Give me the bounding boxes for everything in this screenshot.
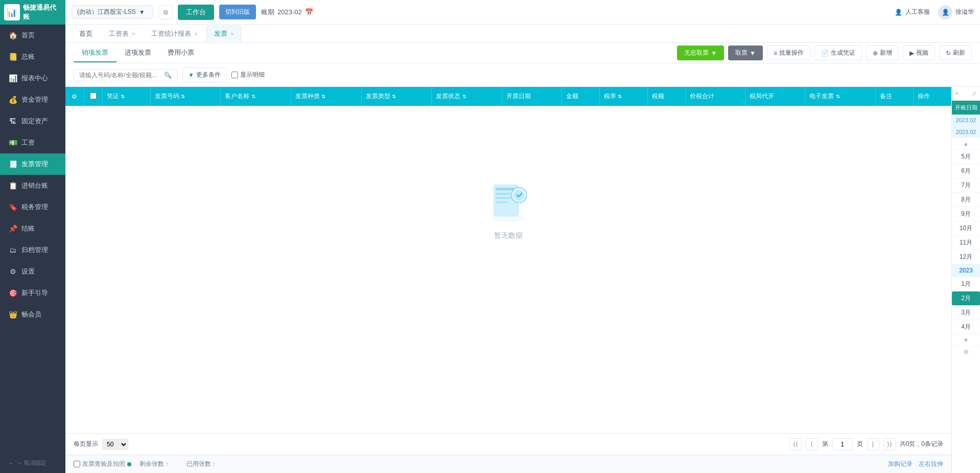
- subtab-expense[interactable]: 费用小票: [159, 44, 202, 62]
- sidebar-item-invoice-mgmt[interactable]: 🧾 发票管理: [0, 153, 65, 175]
- sidebar-item-tax-mgmt[interactable]: 🔖 税务管理: [0, 196, 65, 218]
- period-info: 账期 2023-02 📅: [261, 8, 313, 17]
- company-selector[interactable]: (勿动）江西股宝-LSS ▼: [72, 5, 153, 19]
- date-month-12[interactable]: 12月: [952, 250, 980, 264]
- video-button[interactable]: ▶ 视频: [903, 46, 935, 60]
- sidebar-item-fixed-assets[interactable]: 🏗 固定资产: [0, 110, 65, 132]
- next-page-button[interactable]: ⟩: [867, 438, 879, 451]
- table-container[interactable]: ⚙ 凭证 ⇅ 发票号码 ⇅: [65, 87, 951, 433]
- footer: 每页显示 20 50 100 ⟨⟨ ⟨ 第 页 ⟩: [65, 433, 951, 455]
- date-month-10[interactable]: 10月: [952, 221, 980, 236]
- fixed-assets-icon: 🏗: [8, 117, 17, 125]
- generate-cert-button[interactable]: 📄 生成凭证: [814, 46, 862, 60]
- invoice-tab-close[interactable]: ×: [230, 31, 234, 37]
- sidebar-item-sales-ledger[interactable]: 📋 进销台账: [0, 175, 65, 196]
- user-menu[interactable]: 👤 徐溢华: [938, 5, 974, 19]
- sidebar-item-salary-label: 工资: [21, 138, 35, 147]
- deduct-button[interactable]: 取票 ▼: [728, 46, 763, 60]
- date-month-5[interactable]: 5月: [952, 150, 980, 164]
- unpin-icon: ↔: [8, 460, 14, 466]
- sidebar-item-guide[interactable]: 🎯 新手引导: [0, 282, 65, 304]
- no-deduct-button[interactable]: 无息取票 ▼: [677, 46, 724, 60]
- date-panel-top: × ⤢: [952, 87, 980, 101]
- date-year-2023[interactable]: 2023: [952, 264, 980, 277]
- date-month-8[interactable]: 8月: [952, 193, 980, 207]
- date-close-button[interactable]: ×: [955, 90, 959, 97]
- support-link[interactable]: 👤 人工客服: [895, 8, 930, 16]
- salary-tab-close[interactable]: ×: [132, 31, 135, 37]
- subtab-purchase[interactable]: 进项发票: [116, 44, 159, 62]
- date-month-7[interactable]: 7月: [952, 178, 980, 193]
- th-invoice-category: 发票类型 ⇅: [361, 87, 432, 106]
- sidebar-item-home[interactable]: 🏠 首页: [0, 25, 65, 46]
- sidebar-item-reports[interactable]: 📊 报表中心: [0, 67, 65, 89]
- refresh-button[interactable]: ↻ 刷新: [939, 46, 972, 60]
- tab-invoice[interactable]: 发票 ×: [206, 26, 241, 41]
- workbench-button[interactable]: 工作台: [178, 5, 214, 20]
- sidebar-item-close-books[interactable]: 📌 结账: [0, 218, 65, 239]
- date-down-arrow[interactable]: ▼: [952, 334, 980, 346]
- prev-page-button[interactable]: ⟨: [806, 438, 818, 451]
- th-open-date: 开票日期: [502, 87, 562, 106]
- video-label: 视频: [916, 49, 928, 57]
- sidebar-item-home-label: 首页: [21, 31, 35, 40]
- sidebar-item-archive[interactable]: 🗂 归档管理: [0, 239, 65, 261]
- table-header-row: ⚙ 凭证 ⇅ 发票号码 ⇅: [65, 87, 951, 106]
- open-date-button[interactable]: 开账日期: [952, 101, 980, 115]
- page-label-suffix: 页: [857, 440, 863, 448]
- date-scroll-icon[interactable]: ⊕: [952, 346, 980, 357]
- unpin-button[interactable]: ↔ ↔ 取消固定: [0, 455, 65, 473]
- date-month-3[interactable]: 3月: [952, 306, 980, 320]
- th-invoice-status: 发票状态 ⇅: [432, 87, 502, 106]
- show-detail-checkbox-area[interactable]: 显示明细: [231, 71, 265, 79]
- status-dot: [127, 462, 131, 466]
- search-box[interactable]: 🔍: [74, 69, 177, 81]
- date-month-11[interactable]: 11月: [952, 236, 980, 250]
- video-icon: ▶: [909, 50, 914, 57]
- page-input[interactable]: [832, 438, 853, 451]
- date-expand-button[interactable]: ⤢: [972, 90, 977, 97]
- subtab-sales[interactable]: 销项发票: [74, 44, 116, 62]
- sidebar-item-membership[interactable]: 👑 畅会员: [0, 304, 65, 325]
- invoice-check-checkbox[interactable]: [74, 461, 80, 467]
- invoice-table: ⚙ 凭证 ⇅ 发票号码 ⇅: [65, 87, 951, 106]
- date-month-2[interactable]: 2月: [952, 291, 980, 306]
- select-all-checkbox[interactable]: [90, 93, 97, 99]
- sidebar-item-funds[interactable]: 💰 资金管理: [0, 89, 65, 110]
- date-header-1[interactable]: 2023.02: [952, 115, 980, 126]
- date-header-2[interactable]: 2023.02: [952, 126, 980, 138]
- date-up-arrow[interactable]: ▲: [952, 138, 980, 150]
- first-page-button[interactable]: ⟨⟨: [789, 438, 802, 451]
- sidebar-item-close-books-label: 结账: [21, 224, 35, 233]
- th-invoice-type: 发票种类 ⇅: [291, 87, 362, 106]
- open-date-label: 开账日期: [955, 104, 977, 110]
- tab-home[interactable]: 首页: [72, 26, 100, 41]
- switch-version-button[interactable]: 切到旧版: [219, 5, 256, 19]
- home-icon: 🏠: [8, 31, 17, 39]
- batch-op-button[interactable]: ≡ 批量操作: [767, 46, 810, 60]
- show-detail-checkbox[interactable]: [231, 72, 238, 78]
- customer-sort-icon: ⇅: [251, 94, 255, 99]
- left-right-link[interactable]: 左右拉伸: [919, 460, 943, 468]
- sidebar-item-ledger[interactable]: 📒 总账: [0, 46, 65, 67]
- last-page-button[interactable]: ⟩⟩: [883, 438, 896, 451]
- tab-salary[interactable]: 工资表 ×: [101, 26, 143, 41]
- sidebar-item-salary[interactable]: 💵 工资: [0, 132, 65, 153]
- tab-salary-stats[interactable]: 工资统计报表 ×: [144, 26, 205, 41]
- date-month-4[interactable]: 4月: [952, 320, 980, 334]
- date-month-1[interactable]: 1月: [952, 277, 980, 291]
- avatar: 👤: [938, 5, 952, 19]
- date-month-9[interactable]: 9月: [952, 207, 980, 221]
- invoice-status-sort-icon: ⇅: [462, 94, 466, 99]
- salary-stats-tab-close[interactable]: ×: [194, 31, 197, 37]
- per-page-select[interactable]: 20 50 100: [102, 439, 128, 450]
- new-button[interactable]: ⊕ 新增: [866, 46, 899, 60]
- filter-button[interactable]: ▼ 更多条件: [182, 67, 226, 82]
- search-toolbar: 🔍 ▼ 更多条件 显示明细: [65, 63, 980, 87]
- sidebar-item-settings[interactable]: ⚙ 设置: [0, 261, 65, 282]
- search-input[interactable]: [79, 72, 161, 79]
- date-month-6[interactable]: 6月: [952, 164, 980, 178]
- copy-button[interactable]: ⧉: [158, 5, 173, 19]
- join-link[interactable]: 加购记录: [888, 460, 913, 468]
- invoice-check-area[interactable]: 发票查验及拍照: [74, 460, 131, 468]
